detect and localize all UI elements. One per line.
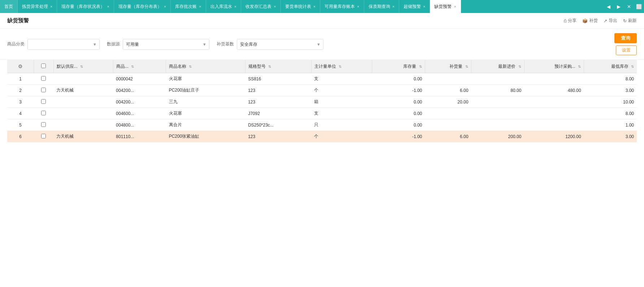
tab-close-demand-stats[interactable]: ×: [313, 4, 316, 9]
latest-price-sort-icon[interactable]: ⇅: [518, 65, 521, 69]
settings-button[interactable]: 设置: [616, 45, 637, 55]
query-button[interactable]: 查询: [614, 33, 637, 43]
tab-nav-buttons: ◀ ▶ ✕ ⬜: [604, 0, 644, 13]
tab-close-batch-account[interactable]: ×: [199, 4, 201, 9]
tab-close-abnormal[interactable]: ×: [50, 4, 52, 9]
tab-next-button[interactable]: ▶: [614, 0, 624, 13]
main-content: 缺货预警 ⎙ 分享 📦 补货 ↗ 导出 ↻ 刷新 商品分类: [0, 13, 644, 287]
tab-inventory-status[interactable]: 现存量（库存状况表） ×: [57, 0, 114, 13]
tab-close-inventory-dist[interactable]: ×: [164, 4, 166, 9]
tab-batch-account[interactable]: 库存批次账 ×: [171, 0, 206, 13]
tab-inventory-dist[interactable]: 现存量（库存分布表） ×: [114, 0, 171, 13]
page-header: 缺货预警 ⎙ 分享 📦 补货 ↗ 导出 ↻ 刷新: [0, 13, 644, 29]
row-checkbox[interactable]: [41, 88, 46, 92]
tab-demand-stats[interactable]: 要货单统计表 ×: [281, 0, 320, 13]
row-name: 离合片: [166, 119, 245, 131]
replenish-button[interactable]: 📦 补货: [582, 18, 598, 24]
col-latest-price-header: 最新进价 ⇅: [471, 60, 524, 73]
tab-abnormal[interactable]: 拣货异常处理 ×: [18, 0, 57, 13]
col-check-header: [34, 60, 53, 73]
tab-prev-button[interactable]: ◀: [604, 0, 614, 13]
min-stock-sort-icon[interactable]: ⇅: [631, 65, 634, 69]
row-code: 004800...: [113, 119, 166, 131]
col-min-stock-header: 最低库存 ⇅: [584, 60, 637, 73]
row-code: 801110...: [113, 131, 166, 142]
row-estimated-purchase: 480.00: [524, 85, 584, 96]
tab-available-ledger[interactable]: 可用量库存账本 ×: [320, 0, 364, 13]
row-check-cell: [34, 119, 53, 131]
share-button[interactable]: ⎙ 分享: [564, 18, 576, 24]
tab-close-available-ledger[interactable]: ×: [357, 4, 359, 9]
row-check-cell: [34, 131, 53, 142]
row-estimated-purchase: [524, 108, 584, 119]
tab-close-inventory-status[interactable]: ×: [107, 4, 109, 9]
tab-close-inout-flow[interactable]: ×: [234, 4, 236, 9]
row-supplier: [53, 73, 113, 85]
category-select[interactable]: [27, 39, 100, 50]
row-index: 3: [7, 96, 34, 108]
row-index: 6: [7, 131, 34, 142]
name-sort-icon[interactable]: ⇅: [189, 65, 192, 69]
tab-inout-flow[interactable]: 出入库流水 ×: [206, 0, 241, 13]
stock-sort-icon[interactable]: ⇅: [419, 65, 422, 69]
estimated-sort-icon[interactable]: ⇅: [578, 65, 581, 69]
row-stock: -1.00: [372, 85, 425, 96]
row-checkbox[interactable]: [41, 111, 46, 115]
gear-settings-button[interactable]: ⚙: [17, 63, 23, 70]
row-estimated-purchase: [524, 96, 584, 108]
tab-close-window-button[interactable]: ✕: [624, 0, 634, 13]
datasource-select[interactable]: 可用量 库存量: [123, 39, 209, 50]
tab-expiry-query[interactable]: 保质期查询 ×: [364, 0, 399, 13]
row-replenish: [425, 119, 471, 131]
row-unit: 支: [311, 108, 372, 119]
row-checkbox[interactable]: [41, 122, 46, 127]
category-filter-group: 商品分类 ▼: [7, 39, 100, 50]
code-sort-icon[interactable]: ⇅: [131, 65, 134, 69]
export-button[interactable]: ↗ 导出: [604, 18, 617, 24]
row-checkbox[interactable]: [41, 99, 46, 104]
replenish-base-select-wrapper: 安全库存 最低库存 ▼: [237, 39, 323, 50]
col-gear: ⚙: [7, 60, 34, 73]
row-estimated-purchase: [524, 73, 584, 85]
row-stock: -1.00: [372, 131, 425, 142]
row-latest-price: [471, 73, 524, 85]
row-supplier: 力天机械: [53, 131, 113, 142]
tab-receive-summary[interactable]: 收发存汇总表 ×: [241, 0, 280, 13]
tab-close-receive-summary[interactable]: ×: [274, 4, 276, 9]
tab-close-expiry-query[interactable]: ×: [392, 4, 395, 9]
row-unit: 只: [311, 119, 372, 131]
row-latest-price: 80.00: [471, 85, 524, 96]
unit-sort-icon[interactable]: ⇅: [339, 65, 341, 69]
row-replenish: [425, 108, 471, 119]
row-unit: 箱: [311, 96, 372, 108]
tab-maximize-button[interactable]: ⬜: [634, 0, 644, 13]
row-checkbox[interactable]: [41, 134, 46, 138]
row-latest-price: 200.00: [471, 131, 524, 142]
tab-close-overstock-warning[interactable]: ×: [423, 4, 425, 9]
row-checkbox[interactable]: [41, 76, 46, 81]
replenish-sort-icon[interactable]: ⇅: [465, 65, 468, 69]
tab-home[interactable]: 首页: [0, 0, 18, 13]
table-row: 2 力天机械 004200... PC200油缸庄子 123 个 -1.00 6…: [7, 85, 637, 96]
refresh-button[interactable]: ↻ 刷新: [623, 18, 637, 24]
row-replenish: [425, 73, 471, 85]
row-name: 三九: [166, 96, 245, 108]
spec-sort-icon[interactable]: ⇅: [268, 65, 271, 69]
filter-bar: 商品分类 ▼ 数据源 可用量 库存量 ▼ 补货基数 安全库: [0, 29, 644, 60]
supplier-sort-icon[interactable]: ⇅: [80, 65, 83, 69]
refresh-icon: ↻: [623, 18, 627, 23]
col-name-header: 商品名称 ⇅: [166, 60, 245, 73]
tab-close-shortage-warning[interactable]: ×: [454, 4, 456, 9]
row-code: 004600...: [113, 108, 166, 119]
col-replenish-header: 补货量 ⇅: [425, 60, 471, 73]
row-min-stock: 3.00: [584, 85, 637, 96]
select-all-checkbox[interactable]: [41, 63, 46, 68]
table-header: ⚙ 默认供应... ⇅ 商品... ⇅ 商品名称 ⇅: [7, 60, 637, 73]
row-supplier: [53, 96, 113, 108]
filter-actions: 查询 设置: [614, 33, 637, 55]
datasource-filter-group: 数据源 可用量 库存量 ▼: [107, 39, 209, 50]
table-row: 4 004600... 火花塞 J7092 支 0.00 8.00: [7, 108, 637, 119]
tab-shortage-warning[interactable]: 缺货预警 ×: [430, 0, 461, 13]
tab-overstock-warning[interactable]: 超储预警 ×: [399, 0, 430, 13]
replenish-base-select[interactable]: 安全库存 最低库存: [237, 39, 323, 50]
